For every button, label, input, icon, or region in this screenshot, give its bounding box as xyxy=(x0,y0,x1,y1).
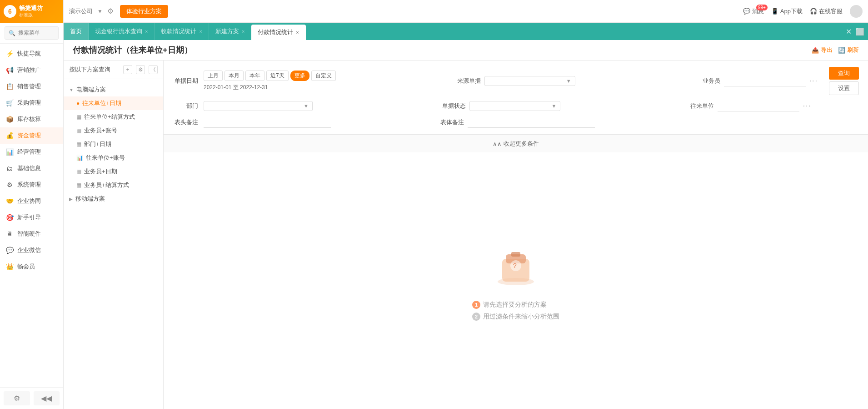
tab-label-home: 首页 xyxy=(70,27,82,35)
refresh-button[interactable]: 🔄 刷新 xyxy=(838,46,859,54)
unit-input[interactable] xyxy=(718,101,799,111)
tree-item-dept-date[interactable]: ▦部门+日期 xyxy=(64,137,163,151)
company-dropdown-arrow[interactable]: ▼ xyxy=(97,8,103,15)
sidebar-settings-button[interactable]: ⚙ xyxy=(4,391,30,405)
purchase-icon: 🛒 xyxy=(5,99,14,107)
sidebar-item-quick-nav[interactable]: ⚡快捷导航 xyxy=(0,45,63,62)
sidebar-item-purchase[interactable]: 🛒采购管理 xyxy=(0,95,63,111)
query-button[interactable]: 查询 xyxy=(829,67,859,80)
app-download-button[interactable]: 📱 App下载 xyxy=(771,7,803,15)
tab-maximize-button[interactable]: ⬜ xyxy=(855,27,864,36)
sidebar-collapse-button[interactable]: ◀◀ xyxy=(34,391,60,405)
sidebar-item-system[interactable]: ⚙系统管理 xyxy=(0,177,63,193)
sidebar-item-enterprise[interactable]: 🤝企业协同 xyxy=(0,193,63,209)
basic-icon: 🗂 xyxy=(5,164,14,172)
sidebar-item-finance[interactable]: 💰资金管理 xyxy=(0,127,63,144)
sidebar-item-marketing[interactable]: 📢营销推广 xyxy=(0,62,63,78)
doc-status-arrow: ▼ xyxy=(551,103,556,109)
staff-input[interactable] xyxy=(724,76,806,86)
message-icon: 💬 xyxy=(743,8,750,15)
tab-payment-stats[interactable]: 付款情况统计× xyxy=(251,25,305,40)
message-button[interactable]: 💬 消息 99+ xyxy=(743,7,764,15)
tab-bar-actions: ✕⬜ xyxy=(842,23,868,40)
filter-row-3: 表头备注 表体备注 xyxy=(173,117,859,128)
inventory-label: 库存核算 xyxy=(17,115,41,123)
source-label: 来源单据 xyxy=(455,77,481,85)
tab-receipt-stats[interactable]: 收款情况统计× xyxy=(155,23,209,40)
tab-close-new-plan[interactable]: × xyxy=(242,29,244,34)
sidebar-item-basic[interactable]: 🗂基础信息 xyxy=(0,160,63,177)
export-button[interactable]: 📤 导出 xyxy=(812,46,833,54)
source-select[interactable]: ▼ xyxy=(484,76,575,86)
header-note-input[interactable] xyxy=(204,117,331,128)
online-service-button[interactable]: 🎧 在线客服 xyxy=(810,7,843,15)
header-settings-icon[interactable]: ⚙ xyxy=(107,7,114,15)
source-select-arrow: ▼ xyxy=(566,78,571,84)
tree-item-label-staff-date: 业务员+日期 xyxy=(84,167,117,176)
header-note-label: 表头备注 xyxy=(173,118,198,126)
tree-item-staff-settle[interactable]: ▦业务员+结算方式 xyxy=(64,178,163,192)
unit-ellipsis[interactable]: ··· xyxy=(803,102,812,110)
tab-home[interactable]: 首页 xyxy=(64,23,89,40)
staff-ellipsis[interactable]: ··· xyxy=(809,77,818,85)
sidebar-search-area: 🔍 搜索菜单 xyxy=(0,23,63,44)
tab-close-all-button[interactable]: ✕ xyxy=(846,27,852,36)
newbie-label: 新手引导 xyxy=(17,213,41,222)
user-avatar[interactable] xyxy=(850,5,863,18)
sales-icon: 📋 xyxy=(5,82,14,91)
hardware-icon: 🖥 xyxy=(5,230,14,238)
collapse-more-button[interactable]: ∧∧ 收起更多条件 xyxy=(164,135,868,152)
sidebar-nav: ⚡快捷导航📢营销推广📋销售管理🛒采购管理📦库存核算💰资金管理📊经营管理🗂基础信息… xyxy=(0,44,63,387)
tree-item-staff-date[interactable]: ▦业务员+日期 xyxy=(64,165,163,178)
sidebar-item-inventory[interactable]: 📦库存核算 xyxy=(0,111,63,127)
app-icon: 📱 xyxy=(771,8,778,15)
tab-close-bank[interactable]: × xyxy=(145,29,148,34)
sidebar-item-sales[interactable]: 📋销售管理 xyxy=(0,78,63,95)
scheme-settings-button[interactable]: ⚙ xyxy=(136,65,145,74)
doc-status-select[interactable]: ▼ xyxy=(469,101,560,111)
date-btn-自定义[interactable]: 自定义 xyxy=(311,71,336,81)
message-badge: 99+ xyxy=(756,5,768,10)
tree-item-icon-unit-settle: ▦ xyxy=(76,114,81,120)
tree-item-staff-account[interactable]: ▦业务员+账号 xyxy=(64,124,163,137)
tab-close-payment-stats[interactable]: × xyxy=(296,30,299,35)
filter-settings-button[interactable]: 设置 xyxy=(829,81,859,95)
tab-bank[interactable]: 现金银行流水查询× xyxy=(89,23,155,40)
tree-group-电脑端方案: ▼电脑端方案●往来单位+日期▦往来单位+结算方式▦业务员+账号▦部门+日期📊往来… xyxy=(64,83,163,192)
trial-button[interactable]: 体验行业方案 xyxy=(120,5,168,18)
finance-icon: 💰 xyxy=(5,131,14,140)
tree-item-unit-settle[interactable]: ▦往来单位+结算方式 xyxy=(64,110,163,124)
right-panel: 单据日期 上月本月本年近7天更多自定义 2022-01-01 至 2022-12… xyxy=(164,61,868,409)
doc-status-col: 单据状态 ▼ xyxy=(440,101,560,111)
tree-group-header-电脑端方案[interactable]: ▼电脑端方案 xyxy=(64,83,163,96)
sidebar-item-member[interactable]: 👑畅会员 xyxy=(0,258,63,275)
tab-new-plan[interactable]: 新建方案× xyxy=(209,23,251,40)
tree-item-unit-account[interactable]: 📊往来单位+账号 xyxy=(64,151,163,165)
sidebar-item-hardware[interactable]: 🖥智能硬件 xyxy=(0,226,63,242)
date-btn-近7天[interactable]: 近7天 xyxy=(266,71,289,81)
tab-close-receipt-stats[interactable]: × xyxy=(199,29,202,34)
search-menu-button[interactable]: 🔍 搜索菜单 xyxy=(5,26,59,40)
sidebar-item-operation[interactable]: 📊经营管理 xyxy=(0,144,63,160)
dept-select[interactable]: ▼ xyxy=(204,101,313,111)
tree-group-label: 移动端方案 xyxy=(75,195,105,203)
quick-nav-label: 快捷导航 xyxy=(17,50,41,58)
date-btn-本月[interactable]: 本月 xyxy=(224,71,244,81)
unit-label: 往来单位 xyxy=(688,102,714,110)
sidebar-item-wechat[interactable]: 💬企业微信 xyxy=(0,242,63,258)
date-btn-更多[interactable]: 更多 xyxy=(290,71,309,81)
tree-group-header-移动端方案[interactable]: ▶移动端方案 xyxy=(64,192,163,206)
operation-icon: 📊 xyxy=(5,148,14,156)
hint-num-2: 2 xyxy=(472,313,480,321)
sidebar-item-newbie[interactable]: 🎯新手引导 xyxy=(0,209,63,226)
add-scheme-button[interactable]: + xyxy=(123,65,132,74)
empty-state: ? 1 请先选择要分析的方案 2 用过滤条件来缩小分析范围 xyxy=(164,152,868,409)
date-btn-上月[interactable]: 上月 xyxy=(204,71,223,81)
export-label: 导出 xyxy=(821,46,833,54)
tree-item-label-staff-settle: 业务员+结算方式 xyxy=(84,181,129,189)
body-note-input[interactable] xyxy=(468,117,595,128)
collapse-panel-button[interactable]: 《 xyxy=(149,65,158,74)
tab-bar: 首页现金银行流水查询×收款情况统计×新建方案×付款情况统计×✕⬜ xyxy=(64,23,868,40)
tree-item-unit-date[interactable]: ●往来单位+日期 xyxy=(64,96,163,110)
date-btn-本年[interactable]: 本年 xyxy=(245,71,264,81)
